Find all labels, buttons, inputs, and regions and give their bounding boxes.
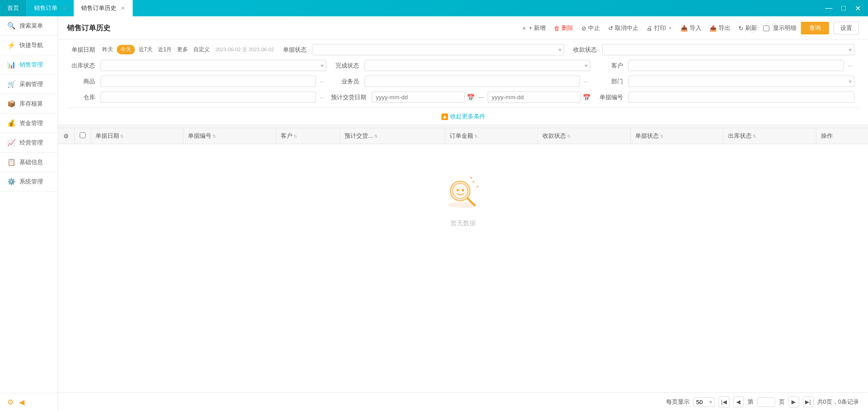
- top-bar-minimize-btn[interactable]: —: [821, 4, 836, 12]
- top-bar-close-btn[interactable]: ✕: [851, 4, 864, 13]
- date-option-1month[interactable]: 近1月: [156, 45, 174, 54]
- page-prev-btn[interactable]: ◀: [733, 396, 744, 407]
- filter-delivery-date-to[interactable]: [488, 92, 581, 103]
- stop-btn[interactable]: ⊘ 中止: [580, 23, 602, 33]
- date-option-7days[interactable]: 近7天: [137, 45, 154, 54]
- page-number-input[interactable]: 1: [757, 397, 775, 407]
- filter-complete-status-cell: 完成状态 ▼: [331, 60, 595, 71]
- filter-customer-input[interactable]: [628, 60, 844, 71]
- refresh-btn[interactable]: ↻ 刷新: [737, 23, 759, 33]
- filter-department-select[interactable]: [628, 76, 854, 87]
- date-option-custom[interactable]: 自定义: [192, 45, 211, 54]
- sidebar-collapse-icon[interactable]: ◀: [19, 398, 24, 406]
- calendar-to-icon[interactable]: 📅: [583, 94, 590, 101]
- query-btn[interactable]: 查询: [801, 22, 829, 34]
- import-btn[interactable]: 📥 导入: [679, 23, 703, 33]
- page-next-btn[interactable]: ▶: [788, 396, 799, 407]
- collapse-label: 收起更多条件: [450, 112, 485, 121]
- sidebar-item-capital-mgmt[interactable]: 💰 资金管理: [0, 114, 58, 133]
- per-page-select[interactable]: 10 20 50 100: [693, 397, 715, 407]
- filter-payment-status-select[interactable]: [602, 44, 854, 55]
- filter-warehouse-status-select[interactable]: [101, 60, 326, 71]
- customer-ellipsis-btn[interactable]: ···: [846, 62, 854, 69]
- sidebar-item-search-menu[interactable]: 🔍 搜索菜单: [0, 16, 58, 36]
- per-page-label: 每页显示: [666, 398, 690, 406]
- page-last-btn[interactable]: ▶|: [803, 396, 814, 407]
- goods-ellipsis-btn[interactable]: ···: [318, 78, 326, 85]
- sidebar-settings-icon[interactable]: ⚙: [7, 398, 14, 406]
- delete-btn[interactable]: 🗑 删除: [552, 23, 575, 33]
- tab-sales-order-close[interactable]: ✕: [62, 5, 66, 11]
- sidebar-item-inventory-label: 库存核算: [19, 100, 43, 108]
- capital-mgmt-icon: 💰: [7, 119, 16, 127]
- filter-complete-status-select[interactable]: [364, 60, 590, 71]
- salesperson-ellipsis-btn[interactable]: ···: [582, 78, 590, 85]
- svg-text:✦: ✦: [469, 175, 473, 180]
- collapse-row[interactable]: 🔼 收起更多条件: [67, 111, 859, 124]
- sidebar-item-inventory[interactable]: 📦 库存核算: [0, 94, 58, 114]
- page-suffix: 页: [779, 398, 785, 406]
- tab-sales-order-history-close[interactable]: ✕: [121, 5, 125, 11]
- date-dash: —: [476, 94, 486, 101]
- filter-warehouse-label: 仓库: [67, 93, 99, 102]
- stop-icon: ⊘: [581, 25, 586, 32]
- page-title-row: 销售订单历史 ＋ + 新增 🗑 删除 ⊘ 中止 ↺: [67, 22, 859, 34]
- top-bar-maximize-btn[interactable]: □: [838, 4, 849, 12]
- cancel-stop-btn[interactable]: ↺ 取消中止: [606, 23, 640, 33]
- sidebar-item-purchase-mgmt[interactable]: 🛒 采购管理: [0, 75, 58, 94]
- filter-row-4: 仓库 ··· 预计交货日期 📅 — 📅 单据编号: [67, 92, 859, 103]
- page-label: 第: [748, 398, 753, 406]
- calendar-from-icon[interactable]: 📅: [467, 94, 475, 101]
- sidebar-item-operation-mgmt[interactable]: 📈 经营管理: [0, 133, 58, 153]
- col-date-sort[interactable]: ⇅: [120, 134, 124, 139]
- quick-nav-icon: ⚡: [7, 41, 16, 49]
- import-icon: 📥: [681, 25, 688, 32]
- col-customer-sort[interactable]: ⇅: [293, 134, 297, 139]
- total-info: 共0页，0条记录: [817, 398, 859, 406]
- date-option-today[interactable]: 今天: [117, 45, 135, 54]
- col-warehouse-status-label: 出库状态: [728, 132, 752, 139]
- sidebar-item-basic-info-label: 基础信息: [19, 158, 43, 166]
- filter-salesperson-input[interactable]: [364, 76, 580, 87]
- date-option-yesterday[interactable]: 昨天: [101, 45, 115, 54]
- col-payment-sort[interactable]: ⇅: [567, 134, 571, 139]
- display-detail-checkbox[interactable]: [763, 25, 769, 31]
- page-first-btn[interactable]: |◀: [719, 396, 729, 407]
- filter-department-cell: 部门 ▼: [595, 76, 859, 87]
- sidebar-item-quick-nav[interactable]: ⚡ 快捷导航: [0, 36, 58, 55]
- export-btn[interactable]: 📤 导出: [708, 23, 732, 33]
- empty-state-illustration: ✦ ✦ ✦: [441, 171, 486, 212]
- col-delivery-sort[interactable]: ⇅: [374, 134, 378, 139]
- filter-order-status-label: 单据状态: [278, 46, 310, 54]
- col-order-no-sort[interactable]: ⇅: [212, 134, 216, 139]
- col-warehouse-sort[interactable]: ⇅: [753, 134, 756, 139]
- date-option-more[interactable]: 更多: [175, 45, 190, 54]
- filter-order-status-select[interactable]: [312, 44, 564, 55]
- sidebar-item-basic-info[interactable]: 📋 基础信息: [0, 153, 58, 172]
- tab-home[interactable]: 首页: [0, 0, 27, 16]
- col-order-status-sort[interactable]: ⇅: [660, 134, 663, 139]
- filter-department-label: 部门: [595, 77, 627, 86]
- filter-delivery-date-from[interactable]: [372, 92, 465, 103]
- select-all-checkbox[interactable]: [80, 132, 86, 138]
- col-settings[interactable]: ⚙: [58, 128, 74, 144]
- print-btn[interactable]: 🖨 打印 ▼: [645, 23, 674, 33]
- col-date-label: 单据日期: [96, 132, 119, 139]
- sidebar-item-sales-mgmt[interactable]: 📊 销售管理: [0, 55, 58, 75]
- sidebar-item-system-mgmt[interactable]: ⚙️ 系统管理: [0, 172, 58, 192]
- filter-goods-input[interactable]: [101, 76, 316, 87]
- sidebar-item-purchase-mgmt-label: 采购管理: [19, 80, 43, 88]
- warehouse-ellipsis-btn[interactable]: ···: [318, 94, 326, 101]
- tab-sales-order-history[interactable]: 销售订单历史 ✕: [74, 0, 133, 16]
- filter-warehouse-status-label: 出库状态: [67, 62, 99, 70]
- filter-warehouse-input[interactable]: [101, 92, 316, 103]
- settings-btn[interactable]: 设置: [834, 22, 859, 34]
- col-amount-sort[interactable]: ⇅: [474, 134, 478, 139]
- tab-sales-order-label: 销售订单: [34, 4, 58, 12]
- tab-sales-order[interactable]: 销售订单 ✕: [27, 0, 74, 16]
- col-checkbox[interactable]: [74, 128, 91, 144]
- col-order-no: 单据编号⇅: [183, 128, 276, 144]
- new-btn[interactable]: ＋ + 新增: [519, 23, 547, 33]
- filter-order-no-input[interactable]: [628, 92, 854, 103]
- display-detail-toggle[interactable]: 显示明细: [763, 24, 796, 32]
